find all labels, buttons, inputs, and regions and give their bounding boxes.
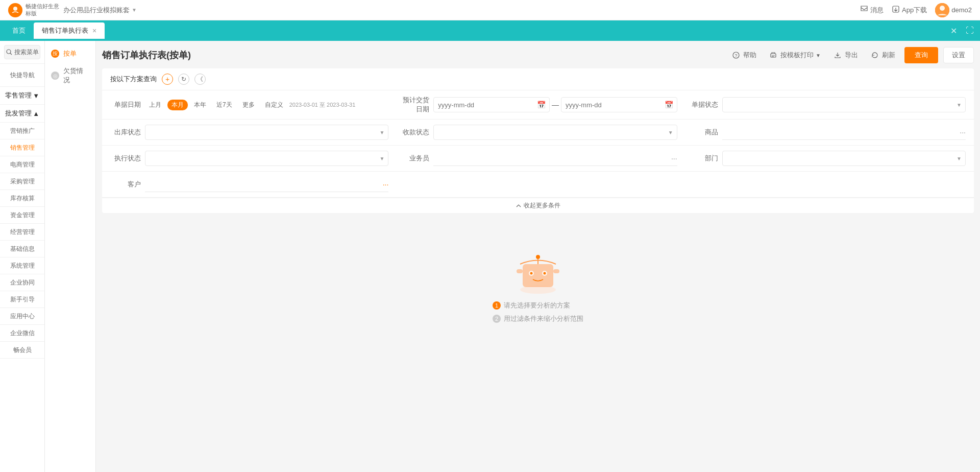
date-btn-this-month[interactable]: 本月: [167, 100, 188, 110]
tab-close-icon[interactable]: ×: [92, 27, 96, 34]
setting-button[interactable]: 设置: [943, 47, 974, 63]
sidebar-item-guide[interactable]: 新手引导: [0, 291, 44, 308]
breadcrumb[interactable]: 办公用品行业模拟账套 ▼: [63, 6, 137, 15]
delivery-date-start-icon[interactable]: 📅: [537, 101, 546, 109]
sub-sidebar-item-order[interactable]: 按 按单: [45, 45, 95, 62]
tip-2-num: 2: [493, 315, 501, 323]
sidebar-item-finance[interactable]: 资金管理: [0, 207, 44, 223]
help-button[interactable]: ? 帮助: [728, 49, 761, 62]
date-btn-last-7-days[interactable]: 近7天: [212, 100, 236, 110]
delivery-date-end-icon[interactable]: 📅: [665, 101, 673, 109]
message-button[interactable]: 消息: [860, 5, 884, 15]
goods-more-icon[interactable]: ···: [960, 128, 966, 136]
scheme-collapse-button[interactable]: 《: [194, 74, 206, 85]
outbound-status-label: 出库状态: [110, 128, 141, 137]
doc-date-label: 单据日期: [110, 100, 141, 109]
doc-date-field: 单据日期 上月 本月 本年 近7天 更多 自定义 2023-03-01 至 20…: [110, 96, 388, 114]
sidebar-wholesale-header[interactable]: 批发管理 ▲: [0, 105, 44, 122]
sidebar-section-ecommerce: 电商管理: [0, 156, 44, 173]
sidebar-section-guide: 新手引导: [0, 291, 44, 308]
tip-1-num: 1: [493, 301, 501, 310]
shortage-icon: ◎: [51, 72, 59, 80]
delivery-date-end-input[interactable]: [561, 97, 677, 112]
tab-close-window-button[interactable]: ✕: [947, 25, 960, 37]
dept-control: [722, 151, 966, 166]
filter-row-4: 客户 ···: [102, 172, 974, 198]
refresh-button[interactable]: 刷新: [867, 49, 899, 62]
salesperson-control: ···: [433, 151, 677, 166]
doc-status-control: [722, 97, 966, 112]
scheme-refresh-button[interactable]: ↻: [178, 74, 189, 85]
sidebar-item-basic[interactable]: 基础信息: [0, 241, 44, 257]
app-download-icon: [892, 5, 900, 15]
dept-field: 部门: [688, 151, 966, 166]
sidebar-retail-header[interactable]: 零售管理 ▼: [0, 87, 44, 104]
tab-bar-right: ✕ ⛶: [947, 25, 976, 37]
sub-sidebar: 按 按单 ◎ 欠货情况: [45, 41, 96, 472]
username-label: demo2: [951, 6, 972, 14]
sidebar-quick-nav-button[interactable]: 快捷导航: [0, 66, 44, 84]
sidebar-search-button[interactable]: 搜索菜单: [4, 45, 40, 59]
delivery-date-start-input[interactable]: [433, 97, 550, 112]
sidebar-section-inventory: 库存核算: [0, 190, 44, 207]
user-profile[interactable]: demo2: [935, 3, 972, 17]
user-avatar: [935, 3, 949, 17]
salesperson-field: 业务员 ···: [399, 151, 677, 166]
collapse-bar[interactable]: 收起更多条件: [102, 198, 974, 213]
collection-status-field: 收款状态: [399, 125, 677, 140]
sidebar-item-wechat[interactable]: 企业微信: [0, 325, 44, 341]
collection-status-label: 收款状态: [399, 128, 429, 137]
sidebar-item-system[interactable]: 系统管理: [0, 257, 44, 274]
svg-rect-16: [517, 269, 523, 273]
exec-status-label: 执行状态: [110, 154, 141, 163]
customer-more-icon[interactable]: ···: [383, 180, 389, 188]
svg-rect-17: [553, 269, 559, 273]
date-btn-this-year[interactable]: 本年: [190, 100, 210, 110]
date-row: 单据日期 上月 本月 本年 近7天 更多 自定义 2023-03-01 至 20…: [102, 90, 974, 120]
sidebar-item-enterprise[interactable]: 企业协同: [0, 274, 44, 291]
svg-point-0: [13, 7, 17, 11]
sidebar-item-operation[interactable]: 经营管理: [0, 224, 44, 240]
export-button[interactable]: 导出: [830, 49, 862, 62]
date-quick-buttons: 上月 本月 本年 近7天 更多 自定义: [145, 100, 287, 110]
sub-sidebar-item-shortage[interactable]: ◎ 欠货情况: [45, 62, 95, 89]
print-button[interactable]: 按模板打印: [766, 49, 825, 62]
sidebar-item-member[interactable]: 畅会员: [0, 342, 44, 358]
exec-status-select[interactable]: [145, 151, 388, 166]
sidebar-item-apps[interactable]: 应用中心: [0, 308, 44, 324]
salesperson-input[interactable]: [433, 151, 677, 166]
main-layout: 搜索菜单 快捷导航 零售管理 ▼ 批发管理 ▲ 营销推广 销售管理: [0, 41, 980, 472]
sidebar-nav: 快捷导航: [0, 64, 44, 87]
date-btn-more[interactable]: 更多: [238, 100, 259, 110]
empty-illustration: [507, 244, 569, 295]
query-button[interactable]: 查询: [904, 47, 938, 63]
customer-input[interactable]: [145, 177, 388, 192]
salesperson-more-icon[interactable]: ···: [671, 154, 677, 162]
doc-status-select[interactable]: [722, 97, 966, 112]
sidebar-item-purchase[interactable]: 采购管理: [0, 173, 44, 190]
sidebar-search-area: 搜索菜单: [0, 41, 44, 64]
sidebar-item-ecommerce[interactable]: 电商管理: [0, 156, 44, 173]
collection-status-select[interactable]: [433, 125, 677, 140]
content-area: 销售订单执行表(按单) ? 帮助 按模板打印: [96, 41, 980, 472]
scheme-row: 按以下方案查询 + ↻ 《: [102, 68, 974, 90]
scheme-add-button[interactable]: +: [162, 74, 173, 85]
sidebar-item-marketing[interactable]: 营销推广: [0, 123, 44, 139]
date-btn-custom[interactable]: 自定义: [261, 100, 287, 110]
customer-control: ···: [145, 177, 388, 192]
tab-sales-order-exec[interactable]: 销售订单执行表 ×: [34, 22, 105, 39]
exec-status-field: 执行状态: [110, 151, 388, 166]
goods-input[interactable]: [722, 125, 966, 140]
svg-rect-9: [523, 264, 553, 287]
sidebar-item-inventory[interactable]: 库存核算: [0, 190, 44, 206]
tab-home[interactable]: 首页: [4, 22, 34, 39]
dept-select[interactable]: [722, 151, 966, 166]
sidebar-section-marketing: 营销推广: [0, 123, 44, 139]
empty-tips: 1 请先选择要分析的方案 2 用过滤条件来缩小分析范围: [493, 301, 583, 323]
sidebar-section-operation: 经营管理: [0, 224, 44, 241]
date-btn-last-month[interactable]: 上月: [145, 100, 165, 110]
outbound-status-select[interactable]: [145, 125, 388, 140]
app-download-button[interactable]: App下载: [892, 5, 927, 15]
sidebar-item-sales[interactable]: 销售管理: [0, 139, 44, 156]
tab-maximize-button[interactable]: ⛶: [964, 25, 976, 37]
